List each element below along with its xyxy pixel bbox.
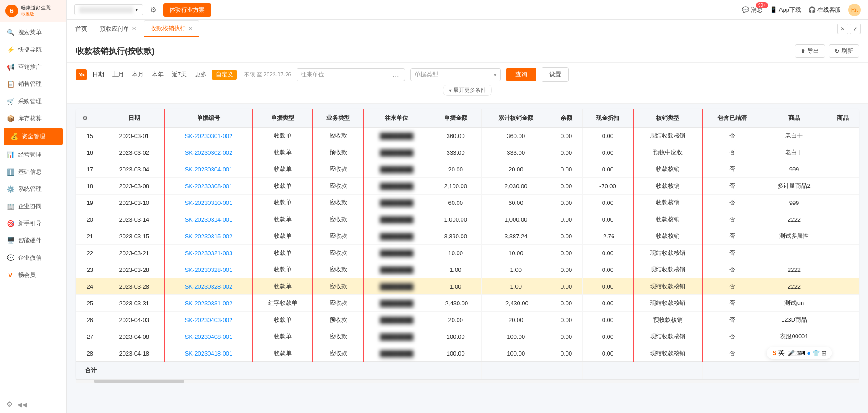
table-row[interactable]: 15 2023-03-01 SK-20230301-002 收款单 应收款 ██… — [76, 128, 859, 144]
settings-icon[interactable]: ⚙ — [6, 400, 13, 408]
cell-date: 2023-03-01 — [104, 128, 165, 144]
cell-verified: 20.00 — [482, 161, 550, 178]
date-opt-lastmonth[interactable]: 上月 — [109, 70, 127, 80]
table-row[interactable]: 17 2023-03-04 SK-20230304-001 收款单 应收款 ██… — [76, 161, 859, 178]
sidebar-label-newbie: 新手引导 — [18, 219, 42, 228]
cell-verified: 333.00 — [482, 144, 550, 161]
table-row[interactable]: 24 2023-03-28 SK-20230328-002 收款单 应收款 ██… — [76, 278, 859, 295]
table-row[interactable]: 23 2023-03-28 SK-20230328-001 收款单 应收款 ██… — [76, 261, 859, 278]
tab-home[interactable]: 首页 — [71, 21, 92, 37]
bill-no-link[interactable]: SK-20230328-001 — [185, 266, 233, 273]
watermark-keyboard-icon[interactable]: ⌨ — [797, 350, 805, 356]
bill-no-link[interactable]: SK-20230328-002 — [185, 283, 233, 290]
watermark-mic-icon[interactable]: 🎤 — [788, 350, 795, 356]
cell-verify-type: 现结收款核销 — [633, 278, 703, 295]
sidebar-item-sales[interactable]: 📋 销售管理 — [0, 76, 66, 93]
sidebar-item-search[interactable]: 🔍 搜索菜单 — [0, 24, 66, 41]
cell-date: 2023-04-08 — [104, 328, 165, 345]
table-row[interactable]: 18 2023-03-08 SK-20230308-001 收款单 应收款 ██… — [76, 178, 859, 195]
sidebar-item-inventory[interactable]: 📦 库存核算 — [0, 110, 66, 127]
sidebar-item-wechat[interactable]: 💬 企业微信 — [0, 249, 66, 266]
company-dropdown[interactable]: ▾ — [74, 4, 143, 15]
tab-prepay-close-icon[interactable]: ✕ — [132, 26, 136, 32]
table-row[interactable]: 22 2023-03-21 SK-20230321-003 收款单 应收款 ██… — [76, 245, 859, 261]
table-row[interactable]: 27 2023-04-08 SK-20230408-001 收款单 应收款 ██… — [76, 328, 859, 345]
date-opt-7days[interactable]: 近7天 — [169, 70, 189, 80]
sidebar-item-member[interactable]: V 畅会员 — [0, 266, 66, 284]
tab-maximize-button[interactable]: ⤢ — [850, 24, 861, 34]
table-row[interactable]: 26 2023-04-03 SK-20230403-002 收款单 预收款 ██… — [76, 312, 859, 328]
sidebar-item-system[interactable]: ⚙️ 系统管理 — [0, 180, 66, 198]
receipt-type-select[interactable]: 单据类型 ▾ — [410, 68, 501, 81]
bill-no-link[interactable]: SK-20230408-001 — [185, 333, 233, 340]
bill-no-link[interactable]: SK-20230418-001 — [185, 350, 233, 357]
bill-no-link[interactable]: SK-20230314-001 — [185, 216, 233, 223]
bill-no-link[interactable]: SK-20230331-002 — [185, 300, 233, 307]
counterpart-field[interactable] — [326, 71, 388, 78]
col-verified: 累计核销金额 — [482, 109, 550, 128]
watermark-grid-icon[interactable]: ⊞ — [821, 350, 826, 356]
app-download-button[interactable]: 📱 App下载 — [770, 6, 801, 14]
date-opt-thisyear[interactable]: 本年 — [149, 70, 166, 80]
table-row[interactable]: 25 2023-03-31 SK-20230331-002 红字收款单 应收款 … — [76, 295, 859, 312]
sidebar-item-finance[interactable]: 💰 资金管理 — [4, 128, 63, 145]
expand-conditions-button[interactable]: ▾ 展开更多条件 — [443, 85, 492, 96]
export-button[interactable]: ⬆ 导出 — [795, 44, 825, 58]
bill-no-link[interactable]: SK-20230403-002 — [185, 317, 233, 323]
sidebar-item-hardware[interactable]: 🖥️ 智能硬件 — [0, 232, 66, 249]
watermark-blue-icon[interactable]: ● — [807, 350, 811, 356]
sidebar-item-operation[interactable]: 📊 经营管理 — [0, 146, 66, 163]
scrollbar-thumb[interactable] — [94, 380, 184, 383]
sidebar-item-purchase[interactable]: 🛒 采购管理 — [0, 93, 66, 110]
cell-discount: 0.00 — [583, 128, 633, 144]
table-row[interactable]: 20 2023-03-14 SK-20230314-001 收款单 应收款 ██… — [76, 211, 859, 228]
cell-bill-no: SK-20230321-003 — [165, 245, 253, 261]
cell-counterpart: ████████ — [364, 195, 429, 211]
bill-no-link[interactable]: SK-20230301-002 — [185, 133, 233, 139]
cell-balance: 0.00 — [550, 245, 583, 261]
horizontal-scrollbar[interactable] — [76, 379, 859, 383]
operation-icon: 📊 — [6, 151, 14, 158]
filter-toggle-button[interactable]: ≫ — [76, 69, 87, 80]
table-row[interactable]: 21 2023-03-15 SK-20230315-002 收款单 应收款 ██… — [76, 228, 859, 245]
cell-biz-type: 应收款 — [313, 211, 364, 228]
tab-prepay[interactable]: 预收应付单 ✕ — [93, 21, 143, 37]
table-row[interactable]: 19 2023-03-10 SK-20230310-001 收款单 应收款 ██… — [76, 195, 859, 211]
sidebar-item-basic[interactable]: ℹ️ 基础信息 — [0, 163, 66, 180]
date-opt-thismonth[interactable]: 本月 — [129, 70, 146, 80]
table-row[interactable]: 16 2023-03-02 SK-20230302-002 收款单 预收款 ██… — [76, 144, 859, 161]
refresh-icon: ↻ — [835, 48, 840, 55]
sidebar-item-corp[interactable]: 🏢 企业协同 — [0, 198, 66, 215]
sidebar-label-system: 系统管理 — [18, 185, 42, 193]
col-settings[interactable]: ⚙ — [76, 109, 104, 128]
cell-bill-no: SK-20230403-002 — [165, 312, 253, 328]
date-opt-custom[interactable]: 自定义 — [212, 70, 237, 80]
bill-no-link[interactable]: SK-20230304-001 — [185, 166, 233, 173]
watermark-shirt-icon[interactable]: 👕 — [812, 350, 820, 356]
bill-no-link[interactable]: SK-20230310-001 — [185, 199, 233, 206]
refresh-button[interactable]: ↻ 刷新 — [829, 44, 859, 58]
gear-button[interactable]: ⚙ — [147, 4, 160, 16]
date-opt-more[interactable]: 更多 — [192, 70, 209, 80]
bill-no-link[interactable]: SK-20230302-002 — [185, 149, 233, 156]
user-avatar[interactable]: Rit — [848, 4, 861, 16]
sidebar-item-quick[interactable]: ⚡ 快捷导航 — [0, 41, 66, 58]
table-row[interactable]: 28 2023-04-18 SK-20230418-001 收款单 应收款 ██… — [76, 345, 859, 362]
sidebar-item-marketing[interactable]: 📢 营销推广 — [0, 58, 66, 76]
bill-no-link[interactable]: SK-20230321-003 — [185, 250, 233, 256]
query-button[interactable]: 查询 — [506, 68, 536, 81]
tab-collection[interactable]: 收款核销执行 ✕ — [144, 20, 199, 37]
sidebar-item-newbie[interactable]: 🎯 新手引导 — [0, 215, 66, 232]
tab-collection-close-icon[interactable]: ✕ — [189, 26, 193, 32]
counterpart-input[interactable]: 往来单位 … — [297, 68, 405, 81]
newbie-icon: 🎯 — [6, 220, 14, 227]
settings-button[interactable]: 设置 — [542, 67, 569, 82]
tab-close-button[interactable]: ✕ — [837, 24, 848, 34]
service-button[interactable]: 🎧 在线客服 — [808, 6, 841, 14]
solution-button[interactable]: 体验行业方案 — [163, 3, 211, 17]
counterpart-dots[interactable]: … — [390, 71, 401, 79]
bill-no-link[interactable]: SK-20230308-001 — [185, 183, 233, 190]
bill-no-link[interactable]: SK-20230315-002 — [185, 233, 233, 240]
message-button[interactable]: 💬 消息 99+ — [742, 6, 763, 14]
collapse-icon[interactable]: ◀◀ — [17, 401, 27, 408]
